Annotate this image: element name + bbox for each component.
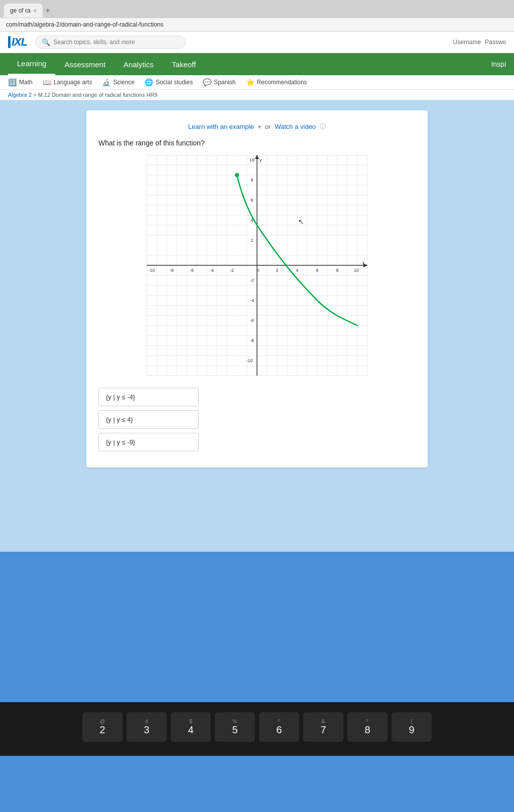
subject-science[interactable]: 🔬 Science [102,78,135,86]
key-symbol-hash: # [135,718,159,724]
graph-container: -10 -8 -6 -4 -2 0 2 4 6 8 10 x 10 y 8 6 … [98,155,416,376]
header-right: Username Passwo [453,39,506,46]
subject-social-studies-label: Social studies [156,79,193,86]
svg-text:-4: -4 [250,298,254,303]
svg-text:2: 2 [276,268,278,273]
answer-choice-2[interactable]: {y | y ≤ -9} [98,433,199,451]
keyboard-row: @ 2 # 3 $ 4 % 5 ^ 6 & 7 * 8 ( 9 [10,712,504,742]
key-9[interactable]: ( 9 [392,712,432,742]
svg-text:-2: -2 [250,278,254,283]
key-2[interactable]: @ 2 [82,712,122,742]
nav-bar: Learning Assessment Analytics Takeoff In… [0,53,514,75]
key-main-7: 7 [311,724,335,736]
key-symbol-ampersand: & [311,718,335,724]
key-main-2: 2 [90,724,114,736]
key-symbol-caret: ^ [267,718,291,724]
nav-inspi: Inspi [491,60,506,68]
svg-text:6: 6 [250,198,253,203]
ixl-logo[interactable]: IXL [8,36,27,49]
content-card: Learn with an example ▾ or Watch a video… [86,110,428,467]
address-bar[interactable]: com/math/algebra-2/domain-and-range-of-r… [0,18,514,32]
key-5[interactable]: % 5 [215,712,255,742]
tab-close-button[interactable]: × [34,8,37,14]
social-studies-icon: 🌐 [145,78,153,86]
key-symbol-lparen: ( [400,718,424,724]
svg-text:2: 2 [250,238,253,243]
answer-choice-0[interactable]: {y | y ≤ -4} [98,388,199,406]
key-7[interactable]: & 7 [303,712,343,742]
breadcrumb-code: HR9 [147,92,158,98]
svg-text:-8: -8 [170,268,174,273]
key-6[interactable]: ^ 6 [259,712,299,742]
subject-social-studies[interactable]: 🌐 Social studies [145,78,193,86]
new-tab-button[interactable]: + [43,6,53,15]
or-text: or [265,123,271,130]
language-arts-icon: 📖 [43,78,51,86]
main-content: Learn with an example ▾ or Watch a video… [0,100,514,552]
key-main-6: 6 [267,724,291,736]
logo-text: IXL [12,36,27,49]
search-bar[interactable]: 🔍 [35,36,186,49]
key-main-5: 5 [223,724,247,736]
svg-point-68 [235,173,239,177]
key-3[interactable]: # 3 [126,712,167,742]
function-graph: -10 -8 -6 -4 -2 0 2 4 6 8 10 x 10 y 8 6 … [147,155,367,376]
breadcrumb: Algebra 2 > M.12 Domain and range of rad… [0,90,514,100]
subject-language-arts[interactable]: 📖 Language arts [43,78,92,86]
svg-text:8: 8 [250,178,253,183]
svg-text:-6: -6 [250,318,254,323]
svg-text:10: 10 [354,268,359,273]
svg-text:x: x [362,260,365,265]
tab-bar: ge of ra × + [0,0,514,18]
svg-text:y: y [260,157,262,163]
svg-text:-4: -4 [210,268,214,273]
subject-recommendations-label: Recommendations [257,79,307,86]
url-text: com/math/algebra-2/domain-and-range-of-r… [6,21,164,28]
key-4[interactable]: $ 4 [171,712,211,742]
nav-assessment[interactable]: Assessment [55,53,114,75]
nav-analytics[interactable]: Analytics [114,53,163,75]
key-main-3: 3 [135,724,159,736]
nav-takeoff[interactable]: Takeoff [163,53,205,75]
ixl-header: IXL 🔍 Username Passwo [0,32,514,53]
search-icon: 🔍 [42,38,50,46]
search-input[interactable] [53,39,179,46]
subject-recommendations[interactable]: ⭐ Recommendations [246,78,307,86]
subject-language-arts-label: Language arts [54,79,92,86]
svg-text:4: 4 [296,268,298,273]
key-symbol-at: @ [90,718,114,724]
svg-text:6: 6 [316,268,318,273]
password-label: Passwo [485,39,506,46]
watch-video-link[interactable]: Watch a video [275,123,316,130]
key-8[interactable]: * 8 [347,712,388,742]
question-text: What is the range of this function? [98,139,416,147]
subject-bar: 🔢 Math 📖 Language arts 🔬 Science 🌐 Socia… [0,75,514,90]
logo-bar [8,36,11,48]
learn-example-link[interactable]: Learn with an example [188,123,254,130]
spanish-icon: 💬 [203,78,211,86]
svg-text:-10: -10 [246,358,252,363]
answer-choice-1[interactable]: {y | y ≤ 4} [98,410,199,429]
key-main-8: 8 [355,724,379,736]
key-symbol-dollar: $ [179,718,203,724]
subject-math[interactable]: 🔢 Math [8,78,33,86]
recommendations-icon: ⭐ [246,78,254,86]
key-main-4: 4 [179,724,203,736]
svg-text:0: 0 [256,268,259,273]
subject-spanish-label: Spanish [214,79,235,86]
username-label: Username [453,39,481,46]
svg-text:-10: -10 [148,268,155,273]
breadcrumb-level1[interactable]: Algebra 2 [8,92,32,98]
nav-learning[interactable]: Learning [8,53,55,75]
learn-bar: Learn with an example ▾ or Watch a video… [98,122,416,131]
browser-chrome: ge of ra × + com/math/algebra-2/domain-a… [0,0,514,32]
svg-text:10: 10 [249,157,254,163]
subject-spanish[interactable]: 💬 Spanish [203,78,235,86]
key-main-9: 9 [400,724,424,736]
browser-tab[interactable]: ge of ra × [4,4,43,18]
key-symbol-asterisk: * [355,718,379,724]
svg-text:-6: -6 [190,268,194,273]
science-icon: 🔬 [102,78,110,86]
breadcrumb-level2: M.12 Domain and range of radical functio… [38,92,145,98]
subject-math-label: Math [19,79,33,86]
